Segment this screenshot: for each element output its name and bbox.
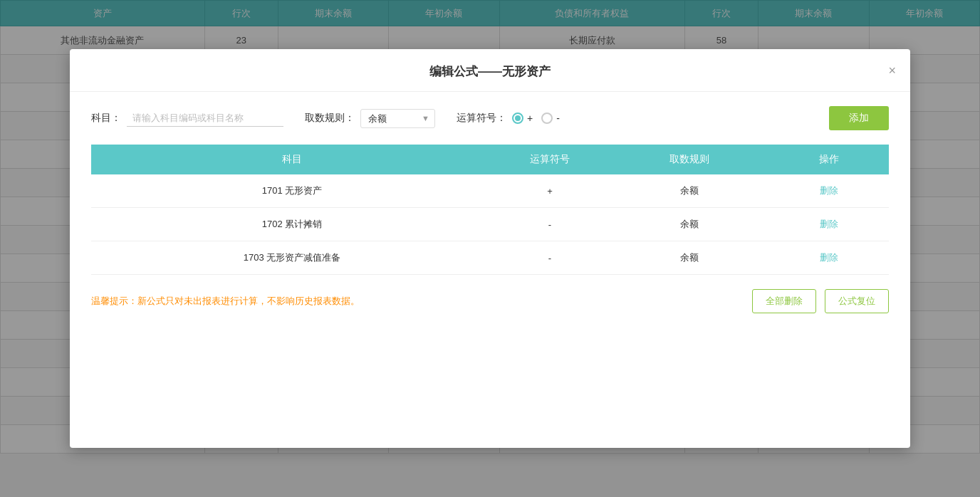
formula-action-cell: 删除 — [769, 208, 889, 241]
formula-table: 科目 运算符号 取数规则 操作 1701 无形资产+余额删除1702 累计摊销-… — [91, 145, 889, 275]
operator-minus-radio[interactable]: - — [541, 113, 560, 124]
hint-text: 温馨提示：新公式只对未出报表进行计算，不影响历史报表数据。 — [91, 295, 360, 308]
formula-table-wrapper: 科目 运算符号 取数规则 操作 1701 无形资产+余额删除1702 累计摊销-… — [91, 145, 889, 275]
formula-action-cell: 删除 — [769, 241, 889, 275]
delete-all-button[interactable]: 全部删除 — [752, 289, 816, 313]
th-subject: 科目 — [91, 145, 490, 174]
operator-radio-group: + - — [512, 113, 560, 124]
operator-plus-radio[interactable]: + — [512, 113, 533, 124]
formula-operator-cell: - — [490, 241, 610, 275]
operator-plus-radio-circle — [512, 113, 523, 124]
formula-rule-cell: 余额 — [610, 241, 769, 275]
subject-input[interactable] — [127, 110, 283, 127]
formula-rule-cell: 余额 — [610, 174, 769, 208]
modal-dialog: 编辑公式——无形资产 × 科目： 取数规则： 余额 借方 贷方 借方发生额 贷方… — [70, 49, 910, 448]
th-operator: 运算符号 — [490, 145, 610, 174]
formula-table-row: 1703 无形资产减值准备-余额删除 — [91, 241, 889, 275]
formula-rule-cell: 余额 — [610, 208, 769, 241]
th-rule: 取数规则 — [610, 145, 769, 174]
reset-button[interactable]: 公式复位 — [825, 289, 889, 313]
formula-action-cell: 删除 — [769, 174, 889, 208]
rule-select[interactable]: 余额 借方 贷方 借方发生额 贷方发生额 — [360, 109, 435, 128]
modal-header: 编辑公式——无形资产 × — [70, 49, 910, 92]
modal-close-button[interactable]: × — [888, 64, 896, 77]
rule-form-group: 取数规则： 余额 借方 贷方 借方发生额 贷方发生额 ▼ — [305, 109, 435, 128]
modal-form-row: 科目： 取数规则： 余额 借方 贷方 借方发生额 贷方发生额 ▼ 运算 — [70, 92, 910, 145]
operator-minus-label: - — [556, 113, 560, 124]
subject-label: 科目： — [91, 112, 121, 125]
subject-form-group: 科目： — [91, 110, 283, 127]
delete-row-link[interactable]: 删除 — [820, 219, 838, 229]
formula-operator-cell: - — [490, 208, 610, 241]
modal-title: 编辑公式——无形资产 — [429, 65, 551, 78]
formula-subject-cell: 1703 无形资产减值准备 — [91, 241, 490, 275]
operator-minus-radio-circle — [541, 113, 553, 124]
delete-row-link[interactable]: 删除 — [820, 252, 838, 263]
operator-label: 运算符号： — [457, 112, 506, 125]
formula-subject-cell: 1702 累计摊销 — [91, 208, 490, 241]
modal-footer: 温馨提示：新公式只对未出报表进行计算，不影响历史报表数据。 全部删除 公式复位 — [70, 275, 910, 320]
formula-operator-cell: + — [490, 174, 610, 208]
modal-overlay: 编辑公式——无形资产 × 科目： 取数规则： 余额 借方 贷方 借方发生额 贷方… — [0, 0, 980, 497]
delete-row-link[interactable]: 删除 — [820, 185, 838, 196]
footer-buttons: 全部删除 公式复位 — [752, 289, 889, 313]
rule-label: 取数规则： — [305, 112, 355, 125]
operator-plus-label: + — [527, 113, 533, 124]
add-button[interactable]: 添加 — [829, 106, 889, 130]
formula-table-row: 1702 累计摊销-余额删除 — [91, 208, 889, 241]
formula-subject-cell: 1701 无形资产 — [91, 174, 490, 208]
formula-table-row: 1701 无形资产+余额删除 — [91, 174, 889, 208]
th-action: 操作 — [769, 145, 889, 174]
operator-form-group: 运算符号： + - — [457, 112, 560, 125]
rule-select-wrapper: 余额 借方 贷方 借方发生额 贷方发生额 ▼ — [360, 109, 435, 128]
